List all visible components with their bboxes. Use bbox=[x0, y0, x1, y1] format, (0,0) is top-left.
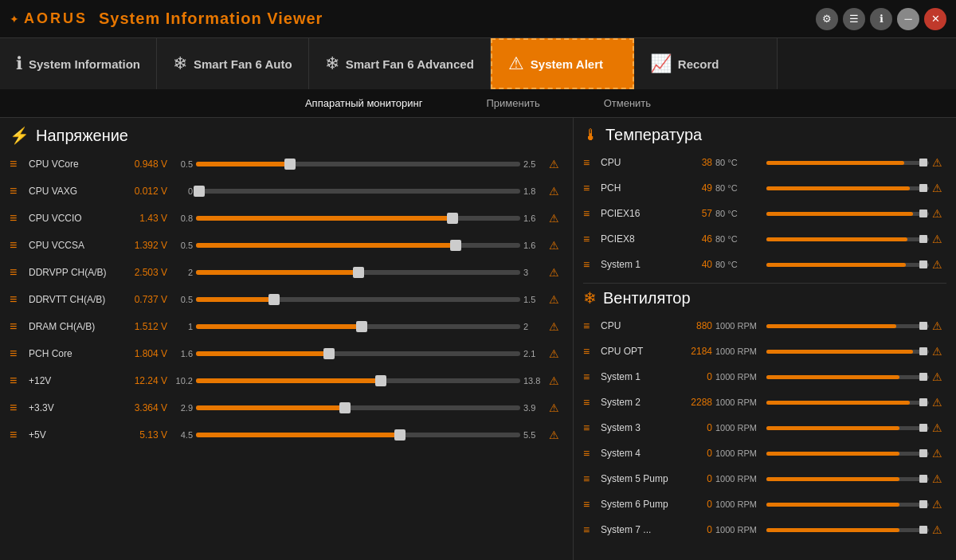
fan-slider-thumb[interactable] bbox=[919, 322, 927, 330]
slider-track[interactable] bbox=[196, 162, 520, 166]
voltage-slider-container[interactable]: 0.5 1.5 bbox=[170, 295, 546, 304]
tab-system-alert[interactable]: ⚠ System Alert bbox=[491, 38, 634, 89]
temp-alert-icon[interactable]: ⚠ bbox=[932, 258, 946, 271]
tab-record[interactable]: 📈 Record bbox=[634, 38, 778, 89]
slider-thumb[interactable] bbox=[394, 429, 406, 441]
temp-slider-thumb[interactable] bbox=[919, 260, 927, 268]
slider-track[interactable] bbox=[196, 378, 520, 383]
voltage-slider-container[interactable]: 1 2 bbox=[170, 322, 546, 331]
slider-thumb[interactable] bbox=[447, 213, 458, 224]
slider-track[interactable] bbox=[196, 189, 520, 194]
temp-alert-icon[interactable]: ⚠ bbox=[932, 182, 946, 194]
toolbar-apply[interactable]: Применить bbox=[487, 97, 540, 109]
slider-track[interactable] bbox=[196, 351, 520, 356]
voltage-alert-icon[interactable]: ⚠ bbox=[549, 158, 563, 170]
fan-alert-icon[interactable]: ⚠ bbox=[932, 319, 946, 332]
toolbar-cancel[interactable]: Отменить bbox=[604, 97, 651, 109]
tab-smart-fan-advanced[interactable]: ❄ Smart Fan 6 Advanced bbox=[309, 38, 491, 89]
slider-thumb[interactable] bbox=[323, 348, 335, 359]
fan-alert-icon[interactable]: ⚠ bbox=[932, 472, 946, 485]
list-button[interactable]: ☰ bbox=[843, 8, 865, 30]
temp-alert-icon[interactable]: ⚠ bbox=[932, 156, 946, 169]
fan-alert-icon[interactable]: ⚠ bbox=[932, 345, 946, 358]
slider-thumb[interactable] bbox=[353, 267, 364, 278]
fan-slider-track[interactable] bbox=[766, 477, 929, 481]
fan-slider-track[interactable] bbox=[766, 528, 929, 532]
slider-track[interactable] bbox=[196, 243, 520, 248]
minimize-button[interactable]: ─ bbox=[897, 8, 919, 30]
voltage-alert-icon[interactable]: ⚠ bbox=[549, 320, 563, 333]
tab-system-info[interactable]: ℹ System Information bbox=[0, 38, 157, 89]
temp-slider-track[interactable] bbox=[766, 263, 929, 267]
fan-alert-icon[interactable]: ⚠ bbox=[932, 447, 946, 460]
voltage-alert-icon[interactable]: ⚠ bbox=[549, 185, 563, 198]
toolbar-monitor[interactable]: Аппаратный мониторинг bbox=[305, 97, 423, 109]
voltage-slider-container[interactable]: 0.5 2.5 bbox=[170, 159, 546, 169]
slider-track[interactable] bbox=[196, 270, 520, 275]
fan-alert-icon[interactable]: ⚠ bbox=[932, 498, 946, 511]
voltage-alert-icon[interactable]: ⚠ bbox=[549, 293, 563, 306]
voltage-slider-container[interactable]: 0.8 1.6 bbox=[170, 213, 546, 223]
slider-thumb[interactable] bbox=[375, 375, 386, 386]
slider-thumb[interactable] bbox=[268, 294, 280, 305]
fan-slider-thumb[interactable] bbox=[919, 398, 927, 406]
fan-slider-thumb[interactable] bbox=[919, 526, 927, 534]
slider-thumb[interactable] bbox=[450, 240, 461, 251]
slider-thumb[interactable] bbox=[339, 402, 351, 413]
voltage-alert-icon[interactable]: ⚠ bbox=[549, 347, 563, 360]
slider-track[interactable] bbox=[196, 433, 520, 437]
slider-track[interactable] bbox=[196, 297, 520, 302]
fan-slider-track[interactable] bbox=[766, 350, 929, 354]
slider-thumb[interactable] bbox=[194, 186, 205, 197]
voltage-alert-icon[interactable]: ⚠ bbox=[549, 401, 563, 414]
voltage-slider-container[interactable]: 0 1.8 bbox=[170, 186, 546, 196]
slider-thumb[interactable] bbox=[356, 321, 367, 332]
voltage-slider-container[interactable]: 4.5 5.5 bbox=[170, 430, 546, 440]
slider-track[interactable] bbox=[196, 324, 520, 329]
fan-slider-track[interactable] bbox=[766, 375, 929, 379]
voltage-slider-container[interactable]: 2.9 3.9 bbox=[170, 403, 546, 413]
voltage-slider-container[interactable]: 1.6 2.1 bbox=[170, 349, 546, 358]
voltage-alert-icon[interactable]: ⚠ bbox=[549, 374, 563, 387]
voltage-alert-icon[interactable]: ⚠ bbox=[549, 239, 563, 252]
close-button[interactable]: ✕ bbox=[924, 8, 946, 30]
slider-track[interactable] bbox=[196, 405, 520, 410]
tab-smart-fan-auto[interactable]: ❄ Smart Fan 6 Auto bbox=[157, 38, 309, 89]
fan-slider-thumb[interactable] bbox=[919, 424, 927, 432]
temp-slider-thumb[interactable] bbox=[919, 235, 927, 243]
fan-alert-icon[interactable]: ⚠ bbox=[932, 396, 946, 409]
fan-slider-track[interactable] bbox=[766, 503, 929, 507]
temp-slider-track[interactable] bbox=[766, 186, 929, 190]
temp-slider-track[interactable] bbox=[766, 161, 929, 165]
temp-alert-icon[interactable]: ⚠ bbox=[932, 207, 946, 220]
voltage-slider-container[interactable]: 0.5 1.6 bbox=[170, 241, 546, 250]
slider-track[interactable] bbox=[196, 216, 520, 221]
temp-alert-icon[interactable]: ⚠ bbox=[932, 233, 946, 245]
voltage-slider-container[interactable]: 2 3 bbox=[170, 268, 546, 277]
fan-slider-track[interactable] bbox=[766, 426, 929, 430]
temp-slider-track[interactable] bbox=[766, 237, 929, 241]
voltage-alert-icon[interactable]: ⚠ bbox=[549, 429, 563, 441]
fan-slider-track[interactable] bbox=[766, 324, 929, 328]
voltage-alert-icon[interactable]: ⚠ bbox=[549, 212, 563, 225]
settings-button[interactable]: ⚙ bbox=[816, 8, 838, 30]
temp-slider-thumb[interactable] bbox=[919, 159, 927, 166]
fan-slider-thumb[interactable] bbox=[919, 449, 927, 457]
fan-slider-track[interactable] bbox=[766, 452, 929, 456]
fan-slider-thumb[interactable] bbox=[919, 373, 927, 381]
fan-alert-icon[interactable]: ⚠ bbox=[932, 421, 946, 434]
voltage-alert-icon[interactable]: ⚠ bbox=[549, 266, 563, 279]
voltage-sensor-value: 0.737 V bbox=[120, 294, 167, 305]
temp-slider-thumb[interactable] bbox=[919, 210, 927, 217]
fan-alert-icon[interactable]: ⚠ bbox=[932, 523, 946, 536]
info-button[interactable]: ℹ bbox=[870, 8, 892, 30]
fan-slider-thumb[interactable] bbox=[919, 500, 927, 508]
fan-slider-thumb[interactable] bbox=[919, 475, 927, 483]
fan-slider-track[interactable] bbox=[766, 401, 929, 405]
slider-thumb[interactable] bbox=[284, 159, 296, 170]
voltage-slider-container[interactable]: 10.2 13.8 bbox=[170, 376, 546, 386]
fan-alert-icon[interactable]: ⚠ bbox=[932, 370, 946, 383]
temp-slider-thumb[interactable] bbox=[919, 184, 927, 192]
fan-slider-thumb[interactable] bbox=[919, 347, 927, 355]
temp-slider-track[interactable] bbox=[766, 212, 929, 216]
